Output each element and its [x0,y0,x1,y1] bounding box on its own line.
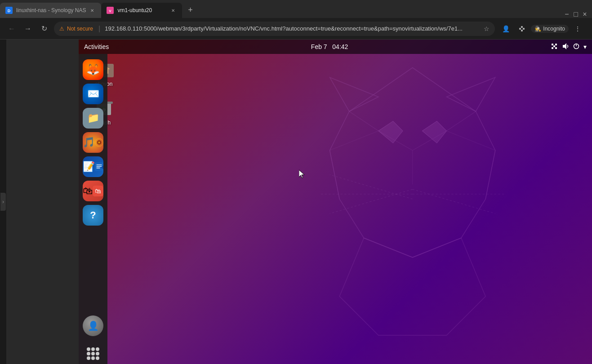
tab-bar-left: D linuxhint-nas - Synology NAS ✕ V vm1-u… [0,3,560,18]
activities-button[interactable]: Activities [84,43,109,50]
tab2-title: vm1-ubuntu20 [117,7,167,13]
svg-marker-23 [446,77,495,111]
tab2-close-button[interactable]: ✕ [169,7,177,14]
grid-dot [87,356,90,360]
dock-apps-grid-icon[interactable] [83,343,103,364]
power-icon[interactable] [573,43,580,51]
svg-line-27 [485,151,495,199]
svg-rect-4 [519,28,521,30]
svg-rect-33 [96,166,102,167]
svg-rect-32 [96,164,102,165]
svg-rect-41 [552,47,553,49]
grid-dot [91,352,95,355]
svg-rect-7 [521,30,523,31]
ubuntu-desktop[interactable]: 🛍 👤 [79,40,592,364]
ubuntu-date: Feb 7 [311,43,327,50]
network-icon[interactable] [550,42,558,52]
dock-writer-icon[interactable] [83,156,103,177]
back-button[interactable]: ← [5,22,18,35]
dock-user-avatar[interactable]: 👤 [83,315,103,336]
chrome-browser: D linuxhint-nas - Synology NAS ✕ V vm1-u… [0,0,592,364]
svg-marker-43 [563,43,566,49]
svg-marker-10 [422,121,446,143]
svg-marker-9 [378,121,402,143]
svg-line-14 [412,189,495,213]
cat-background [233,53,592,345]
close-button[interactable]: × [581,11,588,18]
tab1-favicon: D [5,7,13,14]
security-warning-icon: ⚠ [59,26,64,32]
svg-line-24 [329,131,378,150]
grid-dot [91,347,95,351]
tab-bar: D linuxhint-nas - Synology NAS ✕ V vm1-u… [0,0,592,18]
svg-line-13 [329,175,412,199]
svg-rect-39 [555,44,557,45]
chrome-menu-button[interactable]: ⋮ [570,22,585,36]
extensions-icon[interactable] [515,22,529,36]
grid-dot [96,356,99,360]
dock-appstore-icon[interactable]: 🛍 [83,181,103,201]
svg-line-25 [446,131,495,150]
grid-dot [91,356,95,360]
apps-grid [87,347,99,360]
chrome-right-controls: 👤 🕵 Incognito ⋮ [499,22,587,36]
forward-button[interactable]: → [22,22,34,35]
svg-line-26 [329,151,339,199]
incognito-icon: 🕵 [534,26,541,32]
dock-thunderbird-icon[interactable] [83,84,103,104]
new-tab-button[interactable]: + [184,4,196,16]
incognito-label: Incognito [543,26,565,32]
dock-files-icon[interactable] [83,108,103,129]
address-input[interactable]: ⚠ Not secure | 192.168.0.110:5000/webman… [54,22,495,36]
svg-line-11 [329,189,412,213]
ubuntu-dock: 🛍 👤 [79,54,107,364]
svg-rect-6 [521,26,523,28]
dock-rhythmbox-icon[interactable] [83,132,103,153]
svg-point-30 [98,142,100,143]
tab-vm1-ubuntu20[interactable]: V vm1-ubuntu20 ✕ [101,3,182,18]
incognito-badge: 🕵 Incognito [531,25,569,33]
grid-dot [96,347,99,351]
volume-icon[interactable] [562,43,569,51]
svg-marker-16 [339,238,485,336]
ubuntu-topbar: Activities Feb 7 04:42 [79,40,592,54]
tab1-title: linuxhint-nas - Synology NAS [16,7,86,13]
grid-dot [87,352,90,355]
dock-firefox-icon[interactable] [83,59,103,80]
ubuntu-time: 04:42 [332,43,348,50]
sidebar-panel [0,40,6,364]
svg-line-20 [349,111,378,131]
svg-rect-42 [555,47,557,49]
grid-dot [87,347,90,351]
svg-rect-38 [552,44,553,45]
tab-linuxhint-nas[interactable]: D linuxhint-nas - Synology NAS ✕ [0,3,101,18]
profile-icon[interactable]: 👤 [499,22,513,36]
address-right-icons: ☆ [484,25,490,32]
svg-text:V: V [109,9,112,13]
security-text: Not secure [67,26,93,32]
address-bar: ← → ↻ ⚠ Not secure | 192.168.0.110:5000/… [0,18,592,40]
topbar-dropdown-icon[interactable]: ▾ [583,43,587,50]
svg-marker-22 [329,77,378,111]
sidebar-toggle-button[interactable] [0,193,6,211]
ubuntu-topbar-right: ▾ [550,42,587,52]
tab2-favicon: V [107,7,114,14]
svg-line-21 [446,111,476,131]
tab1-close-button[interactable]: ✕ [89,7,96,14]
url-text: 192.168.0.110:5000/webman/3rdparty/Virtu… [105,25,481,32]
maximize-button[interactable]: □ [572,11,579,18]
ubuntu-datetime: Feb 7 04:42 [109,43,550,50]
bookmark-icon[interactable]: ☆ [484,25,490,32]
window-controls: − □ × [560,11,592,18]
grid-dot [96,352,99,355]
svg-rect-34 [96,168,100,168]
vm-content-area: 🛍 👤 [0,40,592,364]
svg-rect-5 [523,28,525,30]
svg-text:D: D [8,9,11,13]
minimize-button[interactable]: − [563,11,570,18]
separator: | [98,25,100,33]
reload-button[interactable]: ↻ [38,22,50,35]
dock-help-icon[interactable] [83,205,103,226]
svg-rect-40 [553,45,555,47]
svg-text:🛍: 🛍 [95,188,101,195]
